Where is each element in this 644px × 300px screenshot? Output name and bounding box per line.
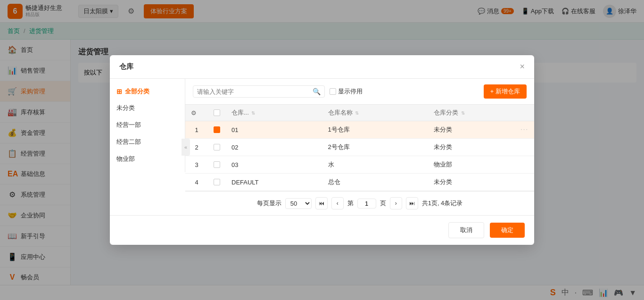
modal-footer: 取消 确定 bbox=[110, 215, 534, 245]
td-code-3: DEFAULT bbox=[226, 174, 322, 191]
table-toolbar: 🔍 显示停用 + 新增仓库 bbox=[185, 79, 534, 105]
td-category-2: 物业部 bbox=[428, 156, 534, 174]
td-name-0: 1号仓库 bbox=[322, 121, 429, 139]
modal-title: 仓库 bbox=[119, 62, 133, 71]
gear-col-icon[interactable]: ⚙ bbox=[191, 109, 197, 117]
category-panel: ⊞ 全部分类 未分类 经营一部 经营二部 物业部 bbox=[110, 79, 185, 172]
category-item-dept1[interactable]: 经营一部 bbox=[110, 117, 185, 133]
table-row[interactable]: 3 03 水 物业部 bbox=[185, 156, 534, 174]
page-number-input[interactable] bbox=[357, 199, 376, 208]
modal-overlay: 仓库 × ⊞ 全部分类 未分类 经营一部 经营二部 物业部 « bbox=[0, 0, 644, 300]
modal-body: ⊞ 全部分类 未分类 经营一部 经营二部 物业部 « 🔍 bbox=[110, 79, 534, 215]
td-seq-0: 1 bbox=[185, 121, 208, 139]
page-prev-button[interactable]: ‹ bbox=[331, 197, 344, 209]
td-category-3: 未分类 bbox=[428, 174, 534, 191]
th-seq: ⚙ bbox=[185, 105, 208, 121]
modal-header: 仓库 × bbox=[110, 55, 534, 79]
show-disabled-text: 显示停用 bbox=[338, 87, 363, 96]
th-code: 仓库... ⇅ bbox=[226, 105, 322, 121]
category-item-property[interactable]: 物业部 bbox=[110, 150, 185, 167]
td-code-2: 03 bbox=[226, 156, 322, 174]
page-num-label: 第 bbox=[347, 199, 354, 208]
collapse-panel-button[interactable]: « bbox=[182, 139, 190, 156]
select-all-checkbox[interactable] bbox=[214, 109, 220, 116]
td-seq-3: 4 bbox=[185, 174, 208, 191]
page-size-label: 每页显示 bbox=[257, 199, 281, 208]
td-name-1: 2号仓库 bbox=[322, 139, 429, 156]
table-row[interactable]: 2 02 2号仓库 未分类 bbox=[185, 139, 534, 156]
page-first-button[interactable]: ⏮ bbox=[315, 197, 328, 209]
page-last-button[interactable]: ⏭ bbox=[406, 197, 418, 209]
category-item-dept2[interactable]: 经营二部 bbox=[110, 133, 185, 150]
td-name-3: 总仓 bbox=[322, 174, 429, 191]
th-code-label: 仓库... bbox=[231, 109, 249, 116]
category-all-label: 全部分类 bbox=[125, 87, 149, 96]
td-check-0[interactable] bbox=[208, 121, 226, 139]
search-input-wrap: 🔍 bbox=[193, 85, 325, 98]
th-category: 仓库分类 ⇅ bbox=[428, 105, 534, 121]
grid-icon: ⊞ bbox=[116, 88, 122, 95]
sort-code-icon[interactable]: ⇅ bbox=[251, 110, 255, 116]
page-size-select[interactable]: 50 100 200 bbox=[285, 198, 312, 209]
td-name-2: 水 bbox=[322, 156, 429, 174]
td-code-1: 02 bbox=[226, 139, 322, 156]
warehouse-table: ⚙ 仓库... ⇅ 仓库名称 bbox=[185, 105, 534, 191]
warehouse-modal: 仓库 × ⊞ 全部分类 未分类 经营一部 经营二部 物业部 « bbox=[110, 55, 534, 245]
table-scroll: ⚙ 仓库... ⇅ 仓库名称 bbox=[185, 105, 534, 191]
confirm-button[interactable]: 确定 bbox=[490, 223, 525, 238]
td-check-1[interactable] bbox=[208, 139, 226, 156]
show-disabled-label[interactable]: 显示停用 bbox=[330, 87, 363, 96]
show-disabled-checkbox[interactable] bbox=[330, 88, 336, 95]
td-code-0: 01 bbox=[226, 121, 322, 139]
td-seq-2: 3 bbox=[185, 156, 208, 174]
pagination: 每页显示 50 100 200 ⏮ ‹ 第 页 › ⏭ 共1页, 4条记录 bbox=[185, 191, 534, 215]
category-panel-wrapper: ⊞ 全部分类 未分类 经营一部 经营二部 物业部 « bbox=[110, 79, 185, 215]
total-info: 共1页, 4条记录 bbox=[422, 199, 463, 208]
th-category-label: 仓库分类 bbox=[434, 109, 458, 116]
category-all[interactable]: ⊞ 全部分类 bbox=[110, 83, 185, 100]
th-name: 仓库名称 ⇅ bbox=[322, 105, 429, 121]
td-check-2[interactable] bbox=[208, 156, 226, 174]
th-name-label: 仓库名称 bbox=[328, 109, 353, 116]
td-category-0: 未分类··· bbox=[428, 121, 534, 139]
td-check-3[interactable] bbox=[208, 174, 226, 191]
page-next-button[interactable]: › bbox=[390, 197, 402, 209]
add-warehouse-button[interactable]: + 新增仓库 bbox=[484, 84, 527, 99]
th-check bbox=[208, 105, 226, 121]
table-row[interactable]: 1 01 1号仓库 未分类··· bbox=[185, 121, 534, 139]
sort-name-icon[interactable]: ⇅ bbox=[355, 110, 359, 116]
td-category-1: 未分类 bbox=[428, 139, 534, 156]
search-icon[interactable]: 🔍 bbox=[313, 88, 321, 95]
table-row[interactable]: 4 DEFAULT 总仓 未分类 bbox=[185, 174, 534, 191]
modal-close-button[interactable]: × bbox=[520, 62, 525, 72]
table-panel: 🔍 显示停用 + 新增仓库 ⚙ bbox=[185, 79, 534, 215]
sort-category-icon[interactable]: ⇅ bbox=[461, 110, 465, 116]
search-input[interactable] bbox=[197, 88, 310, 95]
cancel-button[interactable]: 取消 bbox=[448, 222, 484, 238]
category-item-unclassified[interactable]: 未分类 bbox=[110, 100, 185, 117]
page-unit: 页 bbox=[380, 199, 386, 208]
